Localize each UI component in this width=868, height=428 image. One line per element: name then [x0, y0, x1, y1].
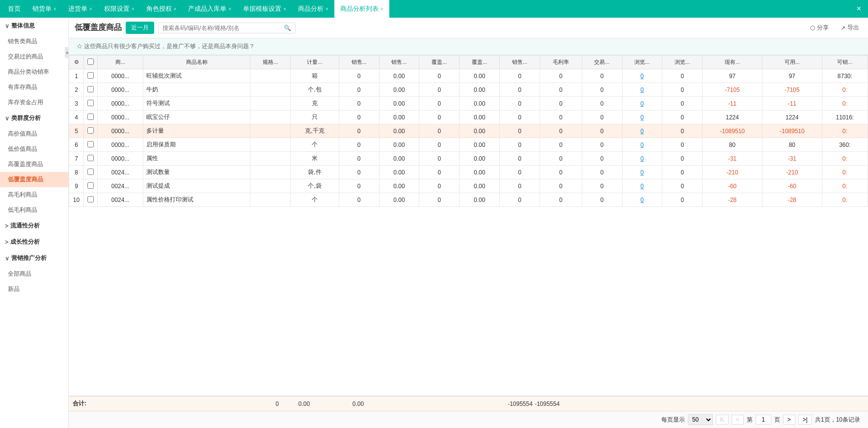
sidebar-section-growth[interactable]: > 成长性分析: [0, 234, 68, 250]
nav-sales-close[interactable]: ×: [54, 6, 56, 12]
table-row: 4 0000... 眠宝公仔 只 0 0.00 0 0.00 0 0 0 0 0…: [69, 111, 868, 124]
cell-view1[interactable]: 0: [622, 166, 662, 179]
nav-permissions-close[interactable]: ×: [132, 6, 135, 12]
sidebar-collapse-btn[interactable]: «: [65, 47, 69, 58]
cell-coverage2: 0.00: [460, 138, 500, 152]
sidebar-item-low-margin[interactable]: 低毛利商品: [0, 202, 68, 218]
nav-templates-close[interactable]: ×: [283, 6, 286, 12]
cell-check[interactable]: [84, 69, 98, 83]
share-label: 分享: [817, 24, 829, 32]
sidebar-item-traded-goods[interactable]: 交易过的商品: [0, 49, 68, 64]
cell-view1[interactable]: 0: [622, 124, 662, 138]
sidebar-item-low-coverage[interactable]: 低覆盖度商品: [0, 172, 68, 187]
sidebar-item-low-value[interactable]: 低价值商品: [0, 142, 68, 157]
cell-check[interactable]: [84, 166, 98, 179]
row-checkbox[interactable]: [87, 155, 94, 161]
nav-templates[interactable]: 单据模板设置 ×: [237, 0, 292, 18]
sidebar-item-category-rate[interactable]: 商品分类动销率: [0, 64, 68, 80]
cell-view1[interactable]: 0: [622, 152, 662, 166]
th-settings[interactable]: ⚙: [69, 56, 84, 69]
nav-permissions[interactable]: 权限设置 ×: [98, 0, 140, 18]
next-page-btn[interactable]: >: [783, 415, 795, 425]
sidebar-item-high-margin[interactable]: 高毛利商品: [0, 187, 68, 202]
row-checkbox[interactable]: [87, 182, 94, 189]
nav-analysis-list-close[interactable]: ×: [380, 6, 383, 12]
nav-roles[interactable]: 角色授权 ×: [140, 0, 183, 18]
cell-view2: 0: [662, 179, 703, 193]
row-checkbox[interactable]: [87, 100, 94, 106]
sidebar-section-overview[interactable]: ∨ 整体信息: [0, 18, 68, 34]
cell-coverage1: 0: [419, 83, 460, 97]
nav-products-close[interactable]: ×: [228, 6, 231, 12]
nav-purchase[interactable]: 进货单 ×: [62, 0, 98, 18]
cell-spec: [250, 124, 291, 138]
cell-check[interactable]: [84, 97, 98, 111]
row-checkbox[interactable]: [87, 72, 94, 79]
cell-view1[interactable]: 0: [622, 193, 662, 207]
sidebar-section-cluster[interactable]: ∨ 类群度分析: [0, 110, 68, 126]
cell-check[interactable]: [84, 111, 98, 124]
close-all-btn[interactable]: ×: [852, 4, 866, 13]
export-icon: ↗: [841, 25, 845, 31]
page-size-select[interactable]: 20 50 100 200: [688, 414, 713, 425]
sidebar-item-sales-goods[interactable]: 销售类商品: [0, 34, 68, 49]
row-checkbox[interactable]: [87, 141, 94, 147]
footer-name: [148, 400, 207, 407]
th-checkbox[interactable]: [84, 56, 98, 69]
cell-view2: 0: [662, 111, 703, 124]
first-page-btn[interactable]: K: [716, 415, 729, 425]
pagination-bar: 每页显示 20 50 100 200 K < 第 页 > >| 共1页，10条记…: [69, 411, 868, 428]
cell-check[interactable]: [84, 193, 98, 207]
cell-trade: 0: [582, 152, 622, 166]
cell-gross-rate: 0: [540, 179, 582, 193]
row-checkbox[interactable]: [87, 196, 94, 202]
nav-analysis-list[interactable]: 商品分析列表 ×: [334, 0, 389, 18]
cell-view1[interactable]: 0: [622, 97, 662, 111]
cell-view1[interactable]: 0: [622, 138, 662, 152]
cell-coverage2: 0.00: [460, 124, 500, 138]
cell-sellable: 360:: [822, 138, 868, 152]
sidebar-item-new-goods[interactable]: 新品: [0, 282, 68, 297]
cell-view1[interactable]: 0: [622, 83, 662, 97]
cell-view1[interactable]: 0: [622, 111, 662, 124]
table-row: 3 0000... 符号测试 克 0 0.00 0 0.00 0 0 0 0 0…: [69, 97, 868, 111]
page-number-input[interactable]: [756, 415, 771, 425]
row-checkbox[interactable]: [87, 127, 94, 134]
cell-check[interactable]: [84, 138, 98, 152]
nav-products[interactable]: 产成品入库单 ×: [182, 0, 237, 18]
share-btn[interactable]: ⬡ 分享: [807, 22, 832, 33]
nav-purchase-close[interactable]: ×: [89, 6, 92, 12]
cell-sale-gross: 0: [500, 138, 540, 152]
export-btn[interactable]: ↗ 导出: [838, 22, 862, 33]
search-input[interactable]: [163, 25, 282, 31]
nav-analysis-close[interactable]: ×: [326, 6, 328, 12]
cell-gross-rate: 0: [540, 83, 582, 97]
nav-sales[interactable]: 销货单 ×: [27, 0, 62, 18]
nav-roles-close[interactable]: ×: [174, 6, 177, 12]
row-checkbox[interactable]: [87, 169, 94, 175]
sidebar-section-marketing[interactable]: ∨ 营销推广分析: [0, 250, 68, 266]
sidebar-item-stock-capital[interactable]: 库存资金占用: [0, 95, 68, 110]
sidebar-item-high-coverage[interactable]: 高覆盖度商品: [0, 157, 68, 172]
cell-gross-rate: 0: [540, 69, 582, 83]
sidebar-item-stock-goods[interactable]: 有库存商品: [0, 80, 68, 95]
cell-check[interactable]: [84, 179, 98, 193]
section-liquidity-arrow: >: [5, 223, 8, 229]
row-checkbox[interactable]: [87, 114, 94, 120]
prev-page-btn[interactable]: <: [732, 415, 744, 425]
row-checkbox[interactable]: [87, 86, 94, 92]
sidebar-item-all-goods[interactable]: 全部商品: [0, 266, 68, 282]
cell-check[interactable]: [84, 83, 98, 97]
nav-analysis[interactable]: 商品分析 ×: [292, 0, 334, 18]
filter-recent-month-btn[interactable]: 近一月: [126, 22, 154, 34]
last-page-btn[interactable]: >|: [798, 415, 812, 425]
select-all-checkbox[interactable]: [87, 58, 94, 65]
cell-check[interactable]: [84, 152, 98, 166]
nav-home[interactable]: 首页: [2, 0, 27, 18]
cell-check[interactable]: [84, 124, 98, 138]
cell-view1[interactable]: 0: [622, 69, 662, 83]
table-container[interactable]: ⚙ 商... 商品名称 规格... 计量... 销售... 销售... 覆盖..…: [69, 55, 868, 396]
sidebar-item-high-value[interactable]: 高价值商品: [0, 126, 68, 142]
cell-view1[interactable]: 0: [622, 179, 662, 193]
sidebar-section-liquidity[interactable]: > 流通性分析: [0, 218, 68, 234]
